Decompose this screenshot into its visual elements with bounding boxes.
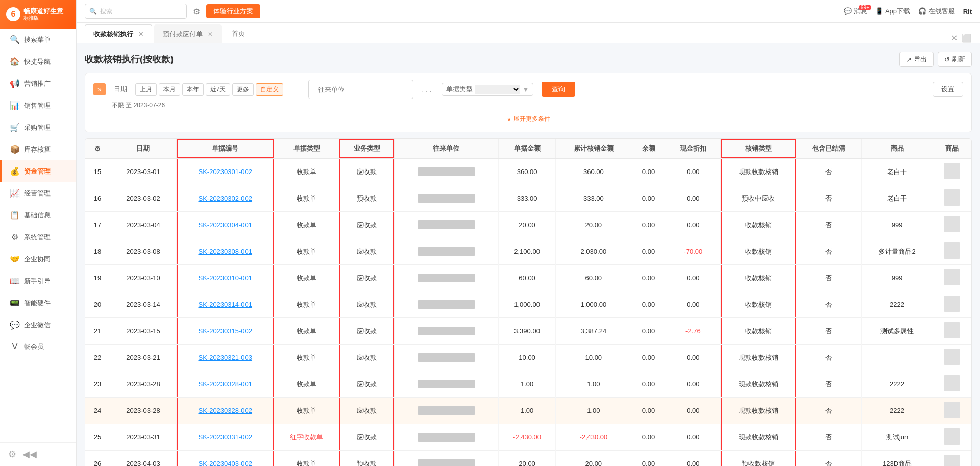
settings-icon[interactable]: ⚙	[8, 449, 16, 460]
sidebar-item-系统管理[interactable]: ⚙系统管理	[0, 226, 76, 248]
sidebar-item-新手引导[interactable]: 📖新手引导	[0, 270, 76, 292]
doc-link-0[interactable]: SK-20230301-002	[198, 168, 252, 176]
expand-more-btn[interactable]: ∨ 展开更多条件	[93, 113, 963, 126]
cell-doc-num-7[interactable]: SK-20230321-003	[177, 345, 274, 371]
tabbar: 收款核销执行✕预付款应付单✕首页 ✕ ⬜	[77, 23, 980, 43]
cell-biz-type-8: 应收款	[339, 371, 395, 398]
doc-link-7[interactable]: SK-20230321-003	[198, 354, 252, 361]
doc-link-4[interactable]: SK-20230310-001	[198, 274, 252, 282]
receipt-type-select[interactable]	[475, 85, 520, 94]
export-button[interactable]: ↗ 导出	[899, 52, 934, 67]
topbar-gear-icon[interactable]: ⚙	[193, 7, 200, 16]
topbar-search[interactable]: 🔍 搜索	[85, 4, 187, 19]
tab-close-all-icon[interactable]: ✕	[951, 33, 958, 43]
cell-doc-num-1[interactable]: SK-20230302-002	[177, 185, 274, 212]
gear-col-icon[interactable]: ⚙	[94, 145, 101, 153]
doc-link-6[interactable]: SK-20230315-002	[198, 327, 252, 335]
query-button[interactable]: 查询	[542, 82, 575, 97]
sidebar-item-经营管理[interactable]: 📈经营管理	[0, 182, 76, 204]
cell-balance-7: 0.00	[631, 345, 666, 371]
cell-partner-9: ████████	[395, 398, 499, 424]
sidebar-item-企业协同[interactable]: 🤝企业协同	[0, 248, 76, 270]
cell-biz-type-9: 应收款	[339, 398, 395, 424]
date-this-month[interactable]: 本月	[159, 83, 180, 96]
doc-link-2[interactable]: SK-20230304-001	[198, 221, 252, 229]
cell-goods2-11	[933, 451, 971, 467]
cell-biz-type-1: 预收款	[339, 185, 395, 212]
sidebar-item-搜索菜单[interactable]: 🔍搜索菜单	[0, 29, 76, 51]
solution-button[interactable]: 体验行业方案	[206, 4, 260, 18]
partner-input[interactable]	[313, 82, 409, 97]
cell-cumulative-4: 60.00	[556, 265, 631, 291]
search-placeholder: 搜索	[100, 7, 112, 16]
tab-2[interactable]: 收款核销执行✕	[85, 24, 152, 43]
app-download[interactable]: 📱 App下载	[875, 7, 910, 16]
date-this-year[interactable]: 本年	[182, 83, 204, 96]
message-count: 99+	[859, 5, 871, 10]
cell-include-settled-10: 否	[796, 424, 862, 451]
sidebar-icon-6: 💰	[10, 166, 20, 176]
cell-doc-num-5[interactable]: SK-20230314-001	[177, 291, 274, 318]
cell-no-9: 24	[85, 398, 110, 424]
sidebar-label-9: 系统管理	[24, 233, 51, 242]
date-custom[interactable]: 自定义	[256, 83, 283, 96]
refresh-button[interactable]: ↺ 刷新	[938, 52, 972, 67]
cell-doc-num-8[interactable]: SK-20230328-001	[177, 371, 274, 398]
cell-include-settled-3: 否	[796, 238, 862, 265]
tab-1[interactable]: 预付款应付单✕	[154, 24, 222, 43]
sidebar-item-企业微信[interactable]: 💬企业微信	[0, 314, 76, 336]
tab-0[interactable]: 首页	[224, 24, 253, 43]
online-service[interactable]: 🎧 在线客服	[918, 7, 955, 16]
cell-date-10: 2023-03-31	[110, 424, 176, 451]
doc-link-11[interactable]: SK-20230403-002	[198, 460, 252, 466]
sidebar-item-基础信息[interactable]: 📋基础信息	[0, 204, 76, 226]
user-display[interactable]: Rit	[963, 8, 972, 15]
cell-goods2-1	[933, 185, 971, 212]
cell-goods-0: 老白干	[862, 159, 933, 185]
date-last-month[interactable]: 上月	[135, 83, 157, 96]
collapse-icon[interactable]: ◀◀	[22, 449, 37, 460]
sidebar-item-销售管理[interactable]: 📊销售管理	[0, 94, 76, 116]
doc-link-5[interactable]: SK-20230314-001	[198, 301, 252, 308]
col-header-no: ⚙	[85, 139, 110, 159]
sidebar-item-资金管理[interactable]: 💰资金管理	[0, 160, 76, 182]
tab-maximize-icon[interactable]: ⬜	[962, 33, 972, 43]
cell-include-settled-5: 否	[796, 291, 862, 318]
cell-doc-num-11[interactable]: SK-20230403-002	[177, 451, 274, 467]
sidebar-item-库存核算[interactable]: 📦库存核算	[0, 138, 76, 160]
cell-partner-5: ████████	[395, 291, 499, 318]
sidebar-item-智能硬件[interactable]: 📟智能硬件	[0, 292, 76, 314]
cell-doc-num-6[interactable]: SK-20230315-002	[177, 318, 274, 345]
cell-no-2: 17	[85, 212, 110, 238]
cell-doc-num-9[interactable]: SK-20230328-002	[177, 398, 274, 424]
cell-biz-type-7: 应收款	[339, 345, 395, 371]
cell-doc-num-0[interactable]: SK-20230301-002	[177, 159, 274, 185]
date-7days[interactable]: 近7天	[206, 83, 231, 96]
cell-amount-2: 20.00	[498, 212, 555, 238]
tab-close-1[interactable]: ✕	[208, 31, 213, 38]
doc-link-1[interactable]: SK-20230302-002	[198, 194, 252, 202]
cell-amount-6: 3,390.00	[498, 318, 555, 345]
cell-balance-1: 0.00	[631, 185, 666, 212]
message-badge[interactable]: 💬 消息 99+	[844, 7, 867, 16]
cell-partner-10: ████████	[395, 424, 499, 451]
cell-doc-num-4[interactable]: SK-20230310-001	[177, 265, 274, 291]
sidebar-item-畅会员[interactable]: V畅会员	[0, 336, 76, 357]
setting-button[interactable]: 设置	[933, 82, 963, 97]
cell-cash-discount-6: -2.76	[666, 318, 721, 345]
date-more[interactable]: 更多	[232, 83, 254, 96]
sidebar-item-营销推广[interactable]: 📢营销推广	[0, 72, 76, 94]
doc-link-10[interactable]: SK-20230331-002	[198, 433, 252, 441]
doc-link-3[interactable]: SK-20230308-001	[198, 248, 252, 255]
filter-expand-btn[interactable]: »	[93, 83, 106, 95]
cell-doc-num-3[interactable]: SK-20230308-001	[177, 238, 274, 265]
cell-doc-num-2[interactable]: SK-20230304-001	[177, 212, 274, 238]
date-range-display: 不限 至 2023-07-26	[112, 102, 165, 109]
doc-link-9[interactable]: SK-20230328-002	[198, 407, 252, 414]
cell-doc-type-9: 收款单	[274, 398, 339, 424]
cell-doc-num-10[interactable]: SK-20230331-002	[177, 424, 274, 451]
doc-link-8[interactable]: SK-20230328-001	[198, 380, 252, 388]
sidebar-item-采购管理[interactable]: 🛒采购管理	[0, 116, 76, 138]
tab-close-2[interactable]: ✕	[138, 31, 143, 38]
sidebar-item-快捷导航[interactable]: 🏠快捷导航	[0, 51, 76, 72]
